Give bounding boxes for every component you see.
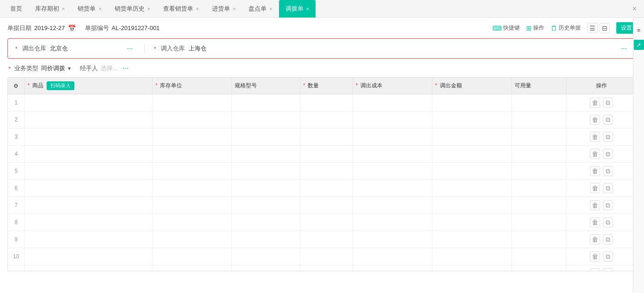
scan-input-button[interactable]: 扫码录入 [47,81,74,90]
row-8-unit[interactable] [152,214,232,231]
row-8-amount[interactable] [432,214,511,231]
row-6-copy-btn[interactable]: ⧉ [603,183,613,193]
row-1-qty[interactable] [300,94,352,111]
row-3-amount[interactable] [432,128,511,146]
row-2-qty[interactable] [300,111,352,128]
row-10-product[interactable] [24,248,152,265]
row-8-copy-btn[interactable]: ⧉ [603,217,613,227]
row-6-unit[interactable] [152,180,232,197]
row-4-product[interactable] [24,146,152,163]
row-8-product[interactable] [24,214,152,231]
row-4-available[interactable] [511,146,566,163]
sidebar-export-icon[interactable]: ↗ [634,40,644,50]
row-4-spec[interactable] [232,146,300,163]
row-9-available[interactable] [511,231,566,248]
row-11-available[interactable] [511,265,566,272]
row-11-cost[interactable] [352,265,432,272]
row-1-available[interactable] [511,94,566,111]
operations-button[interactable]: ⊞ 操作 [526,24,544,32]
handler-select[interactable]: 选择... [101,64,118,73]
layout-grid-icon[interactable]: ⊟ [600,23,610,33]
row-4-delete-btn[interactable]: 🗑 [590,149,600,159]
row-9-delete-btn[interactable]: 🗑 [590,234,600,244]
tab-transfer-close[interactable]: × [306,6,309,12]
handler-more-btn[interactable]: ··· [121,64,130,73]
row-6-cost[interactable] [352,180,432,197]
row-2-amount[interactable] [432,111,511,128]
row-2-spec[interactable] [232,111,300,128]
row-11-delete-btn[interactable]: 🗑 [590,269,600,271]
row-2-copy-btn[interactable]: ⧉ [603,115,613,125]
layout-list-icon[interactable]: ☰ [587,23,598,33]
row-9-product[interactable] [24,231,152,248]
row-10-available[interactable] [511,248,566,265]
row-5-product[interactable] [24,163,152,180]
row-9-cost[interactable] [352,231,432,248]
row-5-qty[interactable] [300,163,352,180]
row-3-delete-btn[interactable]: 🗑 [590,132,600,142]
tab-transfer[interactable]: 调拨单 × [279,0,316,18]
row-8-available[interactable] [511,214,566,231]
row-1-unit[interactable] [152,94,232,111]
row-3-product[interactable] [24,128,152,146]
row-5-amount[interactable] [432,163,511,180]
source-warehouse-more-btn[interactable]: ··· [125,44,135,53]
row-10-spec[interactable] [232,248,300,265]
row-6-qty[interactable] [300,180,352,197]
row-6-product[interactable] [24,180,152,197]
row-2-delete-btn[interactable]: 🗑 [590,115,600,125]
row-6-delete-btn[interactable]: 🗑 [590,183,600,193]
row-9-copy-btn[interactable]: ⧉ [603,234,613,244]
close-all-tabs-button[interactable]: × [629,5,640,13]
row-5-spec[interactable] [232,163,300,180]
row-11-product[interactable] [24,265,152,272]
row-2-product[interactable] [24,111,152,128]
row-3-spec[interactable] [232,128,300,146]
row-5-delete-btn[interactable]: 🗑 [590,166,600,176]
row-10-cost[interactable] [352,248,432,265]
tab-inventory-init-close[interactable]: × [62,6,65,12]
tab-view-sales[interactable]: 查看销货单 × [157,0,205,18]
row-9-qty[interactable] [300,231,352,248]
row-1-cost[interactable] [352,94,432,111]
tab-sales-order[interactable]: 销货单 × [71,0,108,18]
row-7-delete-btn[interactable]: 🗑 [590,200,600,210]
row-3-cost[interactable] [352,128,432,146]
row-8-spec[interactable] [232,214,300,231]
tab-sales-history-close[interactable]: × [147,6,150,12]
row-6-spec[interactable] [232,180,300,197]
row-1-amount[interactable] [432,94,511,111]
row-6-available[interactable] [511,180,566,197]
row-8-delete-btn[interactable]: 🗑 [590,217,600,227]
row-10-amount[interactable] [432,248,511,265]
sidebar-list-icon[interactable]: ≡ [634,25,644,35]
row-1-delete-btn[interactable]: 🗑 [590,98,600,108]
row-9-unit[interactable] [152,231,232,248]
row-10-delete-btn[interactable]: 🗑 [590,251,600,262]
row-3-unit[interactable] [152,128,232,146]
row-7-copy-btn[interactable]: ⧉ [603,200,613,210]
target-warehouse-more-btn[interactable]: ··· [619,44,629,53]
row-3-available[interactable] [511,128,566,146]
row-5-available[interactable] [511,163,566,180]
business-type-select[interactable]: 同价调拨 ▾ [41,64,71,73]
tab-home[interactable]: 首页 [4,0,29,18]
row-8-cost[interactable] [352,214,432,231]
row-7-unit[interactable] [152,197,232,214]
tab-sales-history[interactable]: 销货单历史 × [108,0,157,18]
row-11-copy-btn[interactable]: ⧉ [603,269,613,271]
row-2-cost[interactable] [352,111,432,128]
tab-inventory-init[interactable]: 库存期初 × [29,0,71,18]
tab-inventory-close[interactable]: × [269,6,272,12]
row-10-unit[interactable] [152,248,232,265]
shortcuts-button[interactable]: ⌨ 快捷键 [492,24,520,32]
row-1-product[interactable] [24,94,152,111]
row-5-cost[interactable] [352,163,432,180]
row-3-copy-btn[interactable]: ⧉ [603,132,613,142]
row-6-amount[interactable] [432,180,511,197]
row-5-copy-btn[interactable]: ⧉ [603,166,613,176]
calendar-icon[interactable]: 📅 [68,24,76,32]
row-11-amount[interactable] [432,265,511,272]
row-7-spec[interactable] [232,197,300,214]
row-4-unit[interactable] [152,146,232,163]
